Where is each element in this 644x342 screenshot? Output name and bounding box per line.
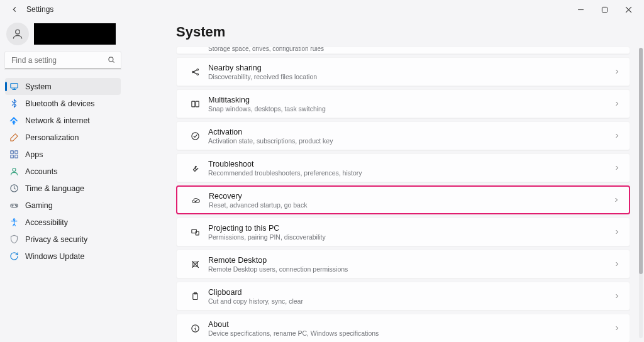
svg-rect-7 (14, 155, 17, 158)
update-icon (9, 251, 19, 262)
clock-globe-icon (9, 184, 19, 194)
chevron-right-icon (613, 100, 621, 108)
svg-rect-6 (10, 155, 13, 158)
minimize-button[interactable] (569, 1, 592, 18)
chevron-right-icon (613, 164, 621, 172)
sidebar-item-label: Personalization (25, 133, 79, 142)
list-item-multitasking[interactable]: MultitaskingSnap windows, desktops, task… (176, 89, 630, 118)
account-header[interactable] (6, 23, 121, 45)
svg-point-19 (191, 132, 198, 139)
chevron-right-icon (613, 68, 621, 75)
row-desc: Activation state, subscriptions, product… (208, 137, 613, 145)
sidebar-item-gaming[interactable]: Gaming (5, 197, 121, 214)
row-title: About (208, 320, 613, 329)
list-item-clipboard[interactable]: ClipboardCut and copy history, sync, cle… (176, 282, 630, 311)
sidebar-item-personalization[interactable]: Personalization (5, 129, 121, 146)
scrollbar-thumb[interactable] (639, 48, 643, 274)
close-button[interactable] (616, 1, 640, 18)
settings-list: Storage space, drives, configuration rul… (176, 47, 630, 342)
sidebar-item-windows-update[interactable]: Windows Update (5, 248, 121, 265)
sidebar-item-accounts[interactable]: Accounts (5, 163, 121, 180)
row-title: Remote Desktop (208, 256, 613, 265)
sidebar-item-accessibility[interactable]: Accessibility (5, 214, 121, 231)
main-content: System Storage space, drives, configurat… (126, 19, 644, 342)
chevron-right-icon (613, 260, 621, 268)
chevron-right-icon (613, 324, 621, 332)
row-desc: Reset, advanced startup, go back (209, 201, 613, 209)
list-item-storage-partial[interactable]: Storage space, drives, configuration rul… (176, 47, 630, 54)
row-title: Troubleshoot (208, 160, 613, 168)
row-desc: Snap windows, desktops, task switching (208, 105, 613, 113)
svg-rect-4 (10, 151, 13, 153)
svg-point-2 (109, 57, 113, 62)
bluetooth-icon (9, 99, 19, 109)
person-icon (9, 167, 19, 177)
info-icon (186, 324, 204, 333)
row-title: Clipboard (208, 288, 613, 297)
title-bar: Settings (0, 0, 644, 19)
sidebar-item-label: Accessibility (25, 218, 68, 227)
svg-point-13 (13, 219, 15, 221)
sidebar-item-time-language[interactable]: Time & language (5, 180, 121, 197)
sidebar: SystemBluetooth & devicesNetwork & inter… (0, 19, 126, 342)
gamepad-icon (9, 201, 19, 211)
row-title: Multitasking (208, 96, 613, 104)
search-box[interactable] (5, 52, 121, 69)
page-title: System (176, 24, 630, 40)
brush-icon (9, 133, 19, 143)
list-item-nearby-sharing[interactable]: Nearby sharingDiscoverability, received … (176, 57, 630, 86)
shield-icon (9, 234, 19, 245)
wrench-icon (186, 163, 204, 173)
row-desc: Permissions, pairing PIN, discoverabilit… (208, 233, 613, 241)
project-icon (186, 228, 204, 237)
list-item-recovery[interactable]: RecoveryReset, advanced startup, go back (176, 185, 630, 214)
row-title: Projecting to this PC (208, 224, 613, 233)
search-icon (107, 55, 116, 64)
sidebar-item-label: Privacy & security (25, 235, 87, 244)
chevron-right-icon (613, 292, 621, 300)
svg-point-12 (16, 206, 16, 206)
list-item-troubleshoot[interactable]: TroubleshootRecommended troubleshooters,… (176, 153, 630, 182)
maximize-button[interactable] (592, 1, 616, 18)
list-item-activation[interactable]: ActivationActivation state, subscription… (176, 121, 630, 150)
sidebar-item-privacy-security[interactable]: Privacy & security (5, 231, 121, 248)
sidebar-item-label: Windows Update (25, 252, 85, 261)
svg-point-1 (16, 30, 20, 34)
sidebar-nav: SystemBluetooth & devicesNetwork & inter… (5, 78, 121, 265)
avatar (6, 23, 29, 45)
svg-rect-3 (10, 84, 17, 89)
list-item-projecting[interactable]: Projecting to this PCPermissions, pairin… (176, 218, 630, 246)
clipboard-icon (186, 292, 204, 301)
row-title: Recovery (209, 192, 613, 201)
svg-point-8 (13, 168, 16, 172)
remote-icon (186, 260, 204, 269)
display-icon (9, 82, 19, 92)
sidebar-item-network-internet[interactable]: Network & internet (5, 112, 121, 129)
back-button[interactable] (8, 3, 21, 16)
sidebar-item-label: Accounts (25, 167, 57, 176)
cloud-sync-icon (186, 196, 205, 205)
accessibility-icon (9, 218, 19, 228)
sidebar-item-bluetooth-devices[interactable]: Bluetooth & devices (5, 95, 121, 112)
row-desc: Device specifications, rename PC, Window… (208, 329, 613, 337)
apps-icon (9, 150, 19, 160)
list-item-remote-desktop[interactable]: Remote DesktopRemote Desktop users, conn… (176, 250, 630, 279)
list-item-about[interactable]: AboutDevice specifications, rename PC, W… (176, 314, 630, 342)
svg-rect-17 (191, 101, 194, 107)
chevron-right-icon (613, 132, 621, 140)
row-title: Nearby sharing (208, 63, 613, 72)
row-desc: Cut and copy history, sync, clear (208, 297, 613, 305)
app-title: Settings (26, 5, 53, 14)
settings-list-viewport: Storage space, drives, configuration rul… (176, 47, 630, 342)
sidebar-item-apps[interactable]: Apps (5, 146, 121, 163)
wifi-icon (9, 116, 19, 126)
sidebar-item-system[interactable]: System (5, 78, 121, 95)
vertical-scrollbar[interactable] (639, 48, 643, 338)
row-desc: Storage space, drives, configuration rul… (208, 47, 621, 52)
sidebar-item-label: Gaming (25, 201, 53, 210)
search-input[interactable] (5, 52, 121, 69)
row-desc: Remote Desktop users, connection permiss… (208, 265, 613, 273)
sidebar-item-label: System (25, 82, 52, 91)
check-circle-icon (186, 131, 204, 141)
sidebar-item-label: Bluetooth & devices (25, 99, 95, 108)
